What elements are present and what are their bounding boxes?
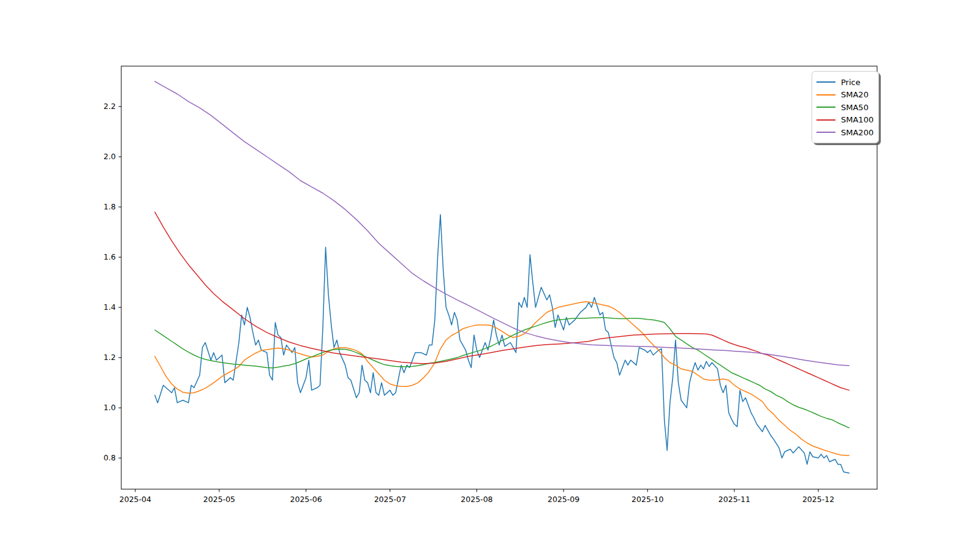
legend-label-sma20: SMA20 bbox=[841, 91, 869, 99]
y-axis-ticks: 0.81.01.21.41.61.82.02.2 bbox=[104, 102, 121, 462]
x-tick-label: 2025-06 bbox=[290, 495, 322, 504]
legend: PriceSMA20SMA50SMA100SMA200 bbox=[812, 71, 879, 143]
legend-label-price: Price bbox=[841, 78, 861, 86]
x-tick-label: 2025-10 bbox=[631, 495, 663, 504]
plot-area bbox=[121, 66, 877, 489]
x-tick-label: 2025-09 bbox=[548, 495, 579, 504]
y-tick-label: 2.0 bbox=[104, 152, 116, 161]
chart-figure: 2025-042025-052025-062025-072025-082025-… bbox=[0, 0, 980, 551]
y-tick-label: 1.0 bbox=[104, 403, 116, 412]
y-tick-label: 1.2 bbox=[104, 353, 116, 362]
legend-label-sma50: SMA50 bbox=[841, 103, 869, 111]
legend-item-sma50: SMA50 bbox=[816, 101, 873, 114]
y-tick-label: 1.6 bbox=[104, 252, 116, 261]
x-tick-label: 2025-04 bbox=[119, 495, 151, 504]
legend-label-sma100: SMA100 bbox=[841, 116, 873, 124]
y-tick-label: 0.8 bbox=[104, 453, 116, 462]
legend-item-sma200: SMA200 bbox=[816, 126, 873, 139]
legend-item-sma100: SMA100 bbox=[816, 114, 873, 127]
y-tick-label: 2.2 bbox=[104, 102, 116, 111]
x-tick-label: 2025-05 bbox=[203, 495, 235, 504]
x-axis-ticks: 2025-042025-052025-062025-072025-082025-… bbox=[119, 489, 834, 504]
x-tick-label: 2025-11 bbox=[718, 495, 750, 504]
legend-item-sma20: SMA20 bbox=[816, 89, 873, 102]
legend-line-sample-sma20 bbox=[816, 94, 835, 96]
legend-line-sample-sma200 bbox=[816, 132, 835, 133]
legend-line-sample-sma50 bbox=[816, 107, 835, 108]
legend-label-sma200: SMA200 bbox=[841, 129, 873, 137]
axes-background bbox=[121, 66, 877, 489]
legend-item-price: Price bbox=[816, 76, 873, 89]
x-tick-label: 2025-08 bbox=[461, 495, 492, 504]
x-tick-label: 2025-12 bbox=[802, 495, 834, 504]
x-tick-label: 2025-07 bbox=[374, 495, 406, 504]
legend-line-sample-sma100 bbox=[816, 119, 835, 121]
y-tick-label: 1.4 bbox=[104, 302, 116, 312]
y-tick-label: 1.8 bbox=[104, 202, 116, 211]
legend-line-sample-price bbox=[816, 81, 835, 83]
